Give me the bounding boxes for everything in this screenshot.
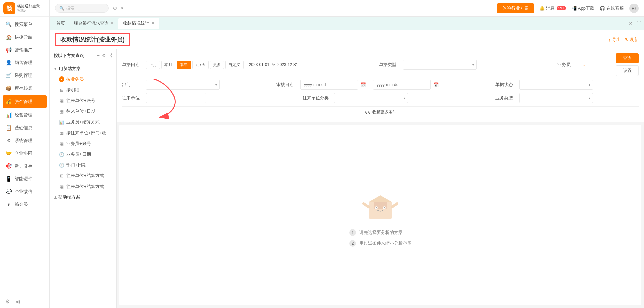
scheme-item-by-salesperson[interactable]: ● 按业务员 xyxy=(50,74,116,85)
sidebar-item-wechat[interactable]: 💬 企业微信 xyxy=(0,185,49,198)
sidebar-item-corp[interactable]: 🤝 企业协同 xyxy=(0,147,49,160)
online-service-action[interactable]: 🎧 在线客服 xyxy=(600,5,624,11)
topbar-dropdown-icon[interactable]: ▾ xyxy=(121,6,123,11)
date-btn-this-year[interactable]: 本年 xyxy=(177,61,191,69)
bill-status-select[interactable] xyxy=(519,80,593,90)
refresh-button[interactable]: ↻ 刷新 xyxy=(625,37,639,43)
sidebar-item-sales[interactable]: 👤 销售管理 xyxy=(0,56,49,69)
ellipsis-icon[interactable]: ··· xyxy=(581,62,585,67)
date-btn-more[interactable]: 更多 xyxy=(210,61,224,69)
scheme-item-counterpart-dept[interactable]: ▦ 按往来单位+部门+收... xyxy=(50,127,116,138)
scheme-item-counterpart-date[interactable]: ▦ 往来单位+日期 xyxy=(50,106,116,117)
tab-collections[interactable]: 收款情况统计 ✕ xyxy=(118,18,159,29)
counterpart-category-select[interactable] xyxy=(334,93,408,103)
tab-maximize-icon[interactable]: ⛶ xyxy=(637,21,641,26)
scheme-item-dept-date[interactable]: 🕐 部门+日期 xyxy=(50,160,116,170)
basicinfo-icon: 📋 xyxy=(5,125,12,131)
date-btn-last-month[interactable]: 上月 xyxy=(146,61,160,69)
scheme-item-counterpart-settlement1[interactable]: ⊞ 往来单位+结算方式 xyxy=(50,170,116,181)
scheme-title: 按以下方案查询 xyxy=(54,53,94,59)
sidebar-item-purchase[interactable]: 🛒 采购管理 xyxy=(0,69,49,82)
refresh-icon: ↻ xyxy=(625,37,629,42)
scheme-item-counterpart-account[interactable]: ▦ 往来单位+账号 xyxy=(50,95,116,106)
trial-button[interactable]: 体验行业方案 xyxy=(497,3,534,13)
tip-number-2: 2 xyxy=(349,240,356,247)
content-area: 按以下方案查询 + ⚙ 《 ▼ 电脑端方案 ● xyxy=(50,49,644,308)
sidebar-item-hardware[interactable]: 📱 智能硬件 xyxy=(0,172,49,185)
scheme-item-counterpart-settlement2[interactable]: ▦ 往来单位+结算方式 xyxy=(50,181,116,192)
query-button[interactable]: 查询 xyxy=(616,53,639,63)
date-to: 2023-12-31 xyxy=(277,62,298,67)
online-service-label: 在线客服 xyxy=(606,5,624,11)
export-button[interactable]: ↑ 导出 xyxy=(609,37,621,43)
tab-cashflow[interactable]: 现金银行流水查询 ✕ xyxy=(69,18,118,29)
empty-state: 1 请先选择要分析的方案 2 用过滤条件来缩小分析范围 xyxy=(119,125,641,305)
filter-row-1: 单据日期 上月 本月 本年 近7天 更多 自定义 2023-01-01 至 xyxy=(122,53,639,76)
sidebar-item-basicinfo[interactable]: 📋 基础信息 xyxy=(0,121,49,134)
app-download-action[interactable]: 📲 App下载 xyxy=(571,5,594,11)
sidebar-item-operation[interactable]: 📊 经营管理 xyxy=(0,109,49,121)
counterpart-more-btn[interactable]: ··· xyxy=(208,95,215,101)
main-area: 🔍 搜索 ⚙ ▾ 体验行业方案 🔔 消息 99+ 📲 App下载 🎧 在线客服 xyxy=(50,0,644,308)
calendar-icon[interactable]: 📅 xyxy=(361,82,366,87)
chart-icon: 📊 xyxy=(59,120,64,125)
collapse-more-button[interactable]: ∧∧ 收起更多条件 xyxy=(122,106,639,118)
collapse-footer-icon[interactable]: ◀▮ xyxy=(15,299,21,304)
page-header: 收款情况统计(按业务员) ↑ 导出 ↻ 刷新 xyxy=(50,30,644,49)
logo-icon: 畅 xyxy=(3,2,15,14)
scheme-gear-icon[interactable]: ⚙ xyxy=(102,53,106,59)
sidebar-nav: 🔍 搜索菜单 🏠 快捷导航 📢 营销推广 👤 销售管理 🛒 采购管理 📦 库存核… xyxy=(0,17,49,295)
settings-button[interactable]: 设置 xyxy=(616,65,639,76)
scheme-item-by-detail[interactable]: ⊞ 按明细 xyxy=(50,85,116,95)
counterpart-input[interactable] xyxy=(146,93,206,103)
topbar-search-box[interactable]: 🔍 搜索 xyxy=(55,4,109,13)
user-avatar[interactable]: Rit xyxy=(629,4,639,13)
date-range: 2023-01-01 至 2023-12-31 xyxy=(249,62,298,68)
review-date-from[interactable] xyxy=(300,80,358,90)
refresh-label: 刷新 xyxy=(630,37,639,43)
tab-cashflow-close[interactable]: ✕ xyxy=(111,21,114,25)
date-btn-this-month[interactable]: 本月 xyxy=(161,61,175,69)
search-placeholder: 搜索 xyxy=(66,5,74,11)
sidebar-item-quicknav[interactable]: 🏠 快捷导航 xyxy=(0,31,49,44)
sidebar-item-label: 企业协同 xyxy=(15,150,32,156)
scheme-group-desktop[interactable]: ▼ 电脑端方案 xyxy=(50,64,116,74)
scheme-add-icon[interactable]: + xyxy=(97,53,100,59)
messages-action[interactable]: 🔔 消息 99+ xyxy=(539,5,566,11)
sidebar-item-marketing[interactable]: 📢 营销推广 xyxy=(0,44,49,56)
group-label: 电脑端方案 xyxy=(59,66,81,72)
sidebar-item-inventory[interactable]: 📦 库存核算 xyxy=(0,82,49,95)
date-from: 2023-01-01 xyxy=(249,62,269,67)
tab-collections-close[interactable]: ✕ xyxy=(151,21,154,25)
scheme-item-salesperson-account[interactable]: ▦ 业务员+账号 xyxy=(50,138,116,149)
scheme-collapse-icon[interactable]: 《 xyxy=(108,53,112,59)
counterpart-category-wrap: ▾ xyxy=(334,93,408,103)
scheme-item-label: 业务员+日期 xyxy=(66,151,91,157)
topbar-settings-icon[interactable]: ⚙ xyxy=(113,5,117,11)
sidebar-item-finance[interactable]: 💰 资金管理 xyxy=(3,95,47,108)
sidebar-item-system[interactable]: ⚙ 系统管理 xyxy=(0,134,49,147)
dept-select[interactable] xyxy=(146,80,220,90)
bill-type-select[interactable] xyxy=(403,60,477,70)
wechat-icon: 💬 xyxy=(5,189,12,195)
calendar-icon-2[interactable]: 📅 xyxy=(433,82,439,87)
scheme-list: ▼ 电脑端方案 ● 按业务员 ⊞ 按明细 ▦ 往来单位+账号 xyxy=(50,62,116,308)
sidebar-item-guide[interactable]: 🎯 新手引导 xyxy=(0,160,49,172)
filter-row-2: 部门 ▾ 审核日期 📅 — 📅 xyxy=(122,80,639,90)
tab-close-all-icon[interactable]: ✕ xyxy=(629,21,633,26)
date-btn-custom[interactable]: 自定义 xyxy=(225,61,244,69)
sidebar-item-search[interactable]: 🔍 搜索菜单 xyxy=(0,18,49,31)
scheme-item-label: 往来单位+结算方式 xyxy=(66,184,104,190)
scheme-item-salesperson-date[interactable]: 🕐 业务员+日期 xyxy=(50,149,116,160)
scheme-group-mobile[interactable]: ▶ 移动端方案 xyxy=(50,192,116,202)
biz-type-select[interactable] xyxy=(519,93,593,103)
sidebar-item-member[interactable]: V 畅会员 xyxy=(0,198,49,211)
settings-footer-icon[interactable]: ⚙ xyxy=(5,298,10,305)
date-btn-last-7days[interactable]: 近7天 xyxy=(192,61,209,69)
review-date-to[interactable] xyxy=(373,80,431,90)
tab-cashflow-label: 现金银行流水查询 xyxy=(74,20,109,27)
filter-row-3: 往来单位 ··· 往来单位分类 ▾ 业务类型 xyxy=(122,93,639,103)
purchase-icon: 🛒 xyxy=(5,72,12,79)
scheme-item-salesperson-settlement[interactable]: 📊 业务员+结算方式 xyxy=(50,117,116,127)
tab-home[interactable]: 首页 xyxy=(52,18,69,29)
